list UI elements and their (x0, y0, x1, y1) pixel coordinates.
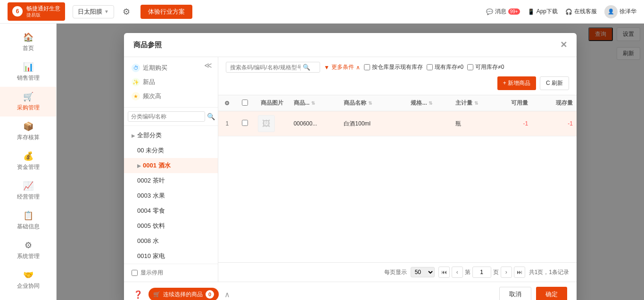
sidebar-item-inventory[interactable]: 📦 库存核算 (0, 117, 56, 146)
product-search-input[interactable] (230, 64, 301, 71)
quick-nav-freq[interactable]: ★ 频次高 (128, 89, 214, 103)
row-stock: -1 (532, 111, 577, 136)
user-item[interactable]: 👤 徐泽华 (604, 5, 636, 18)
sidebar-item-system[interactable]: ⚙ 系统管理 (0, 235, 56, 265)
row-spec (407, 111, 452, 136)
sidebar-item-operations[interactable]: 📈 经营管理 (0, 176, 56, 206)
filter-warehouse[interactable]: 按仓库显示现有库存 (364, 63, 423, 71)
col-spec-header[interactable]: 规格... ⇅ (407, 95, 452, 111)
show-disabled-label[interactable]: 显示停用 (140, 269, 163, 277)
show-disabled-row: 显示停用 (124, 264, 218, 282)
online-service-item[interactable]: 🎧 在线客服 (565, 8, 597, 16)
filter-icon: ▼ (324, 64, 330, 71)
quick-nav-new[interactable]: ✨ 新品 (128, 75, 214, 89)
nav-right: 💬 消息 99+ 📱 App下载 🎧 在线客服 👤 徐泽华 (486, 5, 636, 18)
filter-stock-nonzero[interactable]: 现有库存≠0 (427, 63, 463, 71)
more-conditions-btn[interactable]: ▼ 更多条件 ∧ (324, 63, 360, 71)
sidebar-item-home[interactable]: 🏠 首页 (0, 27, 56, 57)
category-0005[interactable]: 0005 饮料 (124, 218, 218, 233)
modal-left-panel: ⏱ 近期购买 ✨ 新品 ★ 频次高 ≪ (124, 57, 218, 282)
col-code-header[interactable]: 商品... ⇅ (290, 95, 340, 111)
filter-avail-nonzero[interactable]: 可用库存≠0 (467, 63, 504, 71)
category-search-icon[interactable]: 🔍 (207, 113, 215, 120)
logo-area[interactable]: 6 畅捷通好生意 捷易版 (8, 2, 65, 20)
page-suffix: 页 (493, 268, 499, 276)
col-avail-header[interactable]: 可用量 (487, 95, 532, 111)
cancel-button[interactable]: 取消 (499, 287, 531, 300)
row-checkbox[interactable] (236, 111, 254, 136)
category-all[interactable]: ▶ 全部分类 (124, 128, 218, 143)
sidebar-item-basic[interactable]: 📋 基础信息 (0, 206, 56, 235)
category-0010[interactable]: 0010 家电 (124, 249, 218, 264)
col-unit-header[interactable]: 主计量 ⇅ (452, 95, 487, 111)
settings-gear-icon[interactable]: ⚙ (224, 100, 230, 107)
new-icon: ✨ (132, 78, 140, 86)
page-first-button[interactable]: ⏮ (438, 267, 450, 278)
category-arrow-icon: ▶ (132, 133, 135, 138)
select-all-checkbox[interactable] (242, 100, 248, 106)
table-pagination: 每页显示 50 100 200 ⏮ ‹ 第 页 (218, 262, 577, 282)
per-page-label: 每页显示 (384, 268, 407, 276)
home-icon: 🏠 (23, 32, 33, 42)
search-input-wrap: 🔍 (226, 62, 320, 73)
row-img: 🖼 (254, 111, 290, 136)
cart-button[interactable]: 🛒 连续选择的商品 0 (149, 288, 219, 300)
row-index: 1 (218, 111, 236, 136)
confirm-button[interactable]: 确定 (536, 287, 567, 300)
freq-icon: ★ (132, 92, 140, 100)
experience-button[interactable]: 体验行业方案 (140, 5, 192, 19)
category-0003[interactable]: 0003 水果 (124, 188, 218, 203)
search-icon[interactable]: 🔍 (303, 64, 310, 71)
headphone-icon: 🎧 (565, 8, 572, 15)
sidebar-item-enterprise[interactable]: 🤝 企业协同 (0, 265, 56, 295)
table-row[interactable]: 1 🖼 000600... 白酒100ml (218, 111, 577, 136)
sidebar-item-sales[interactable]: 📊 销售管理 (0, 57, 56, 87)
help-icon[interactable]: ❓ (133, 290, 143, 299)
message-item[interactable]: 💬 消息 99+ (486, 8, 520, 16)
top-nav: 6 畅捷通好生意 捷易版 日太阳膜 ▼ ⚙ 体验行业方案 💬 消息 99+ 📱 … (0, 0, 644, 24)
page-next-button[interactable]: › (501, 267, 512, 278)
enterprise-icon: 🤝 (23, 270, 33, 280)
refresh-table-button[interactable]: C 刷新 (540, 76, 569, 90)
sort-icon-spec: ⇅ (429, 100, 432, 106)
category-0002[interactable]: 0002 茶叶 (124, 173, 218, 188)
chevron-down-icon: ▼ (104, 9, 109, 14)
sidebar-item-purchase[interactable]: 🛒 采购管理 (0, 87, 56, 117)
filter-warehouse-checkbox[interactable] (364, 64, 370, 70)
close-icon[interactable]: ✕ (560, 40, 567, 50)
col-name-header[interactable]: 商品名称 ⇅ (340, 95, 407, 111)
page-last-button[interactable]: ⏭ (514, 267, 525, 278)
sidebar-item-finance[interactable]: 💰 资金管理 (0, 146, 56, 176)
page-prev-button[interactable]: ‹ (452, 267, 463, 278)
app-download-item[interactable]: 📱 App下载 (528, 8, 558, 16)
finance-icon: 💰 (23, 151, 33, 161)
category-0004[interactable]: 0004 零食 (124, 203, 218, 218)
settings-icon[interactable]: ⚙ (118, 3, 135, 20)
category-0001[interactable]: ▶ 0001 酒水 (124, 158, 218, 173)
row-name: 白酒100ml (340, 111, 407, 136)
up-arrow-icon: ∧ (356, 64, 360, 71)
logo-text: 畅捷通好生意 捷易版 (26, 5, 60, 17)
col-check-header[interactable] (236, 95, 254, 111)
category-search-input[interactable] (128, 111, 205, 122)
sales-icon: 📊 (23, 62, 33, 72)
category-0008[interactable]: 0008 水 (124, 233, 218, 249)
row-select-checkbox[interactable] (242, 120, 248, 126)
col-settings-header[interactable]: ⚙ (218, 95, 236, 111)
filter-stock-checkbox[interactable] (427, 64, 433, 70)
show-disabled-checkbox[interactable] (132, 270, 138, 276)
sort-icon-name: ⇅ (368, 100, 372, 106)
sidebar-item-guide[interactable]: 🎯 新手引导 (0, 295, 56, 300)
phone-icon: 📱 (528, 8, 535, 15)
category-uncategorized[interactable]: 00 未分类 (124, 143, 218, 158)
sort-icon-unit: ⇅ (474, 100, 478, 106)
per-page-select[interactable]: 50 100 200 (411, 267, 435, 277)
left-collapse-button[interactable]: ≪ (200, 59, 216, 72)
modal: 商品参照 ✕ ⏱ 近期购买 ✨ (124, 33, 577, 300)
store-select[interactable]: 日太阳膜 ▼ (73, 5, 114, 18)
filter-avail-checkbox[interactable] (467, 64, 473, 70)
collapse-bottom-icon[interactable]: ∧ (224, 290, 230, 299)
category-0001-arrow: ▶ (137, 163, 141, 168)
add-product-button[interactable]: + 新增商品 (497, 76, 536, 90)
page-number-input[interactable] (472, 267, 491, 278)
